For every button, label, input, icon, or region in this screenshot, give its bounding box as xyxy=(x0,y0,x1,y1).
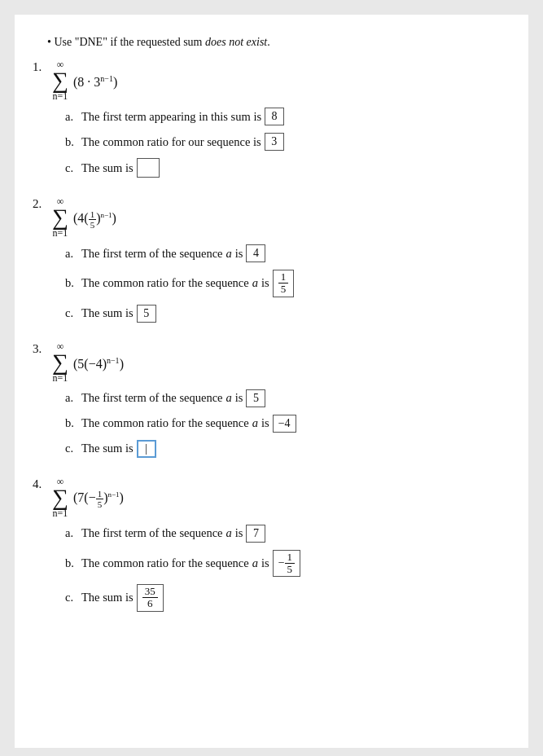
sub-item-label: b. xyxy=(65,416,77,430)
sigma-term: (8 · 3n−1) xyxy=(73,74,117,90)
problems-container: 1.∞∑n=1(8 · 3n−1)a.The first term appear… xyxy=(33,59,510,612)
sigma-symbol: ∑ xyxy=(52,486,68,509)
sub-item-text: The first term appearing in this sum is xyxy=(81,110,261,124)
sigma-symbol-group: ∞∑n=1 xyxy=(52,341,68,385)
sub-item-3-1: a.The first term of the sequence a is5 xyxy=(65,389,510,407)
sigma-term: (7(−15)n−1) xyxy=(73,489,124,509)
sigma-term: (5(−4)n−1) xyxy=(73,356,124,371)
sub-item-label: a. xyxy=(65,526,77,540)
sub-item-text: The sum is xyxy=(81,161,134,175)
answer-box[interactable]: 15 xyxy=(273,270,295,297)
sub-item-text: The common ratio for the sequence xyxy=(81,276,249,290)
answer-box[interactable]: 356 xyxy=(137,584,164,612)
sub-item-text2: is xyxy=(235,526,243,540)
sub-item-1-1: a.The first term appearing in this sum i… xyxy=(65,108,510,125)
italic-a: a xyxy=(252,416,258,430)
sigma-symbol: ∑ xyxy=(52,351,68,374)
answer-box[interactable]: 3 xyxy=(265,133,284,151)
sigma-lower-limit: n=1 xyxy=(53,227,68,240)
sub-item-text2: is xyxy=(235,391,243,405)
sub-item-text: The common ratio for the sequence xyxy=(81,416,249,430)
sigma-notation: ∞∑n=1(4(15)n−1) xyxy=(50,196,116,240)
sigma-lower-limit: n=1 xyxy=(53,90,68,103)
sub-item-3-3: c.The sum is| xyxy=(65,440,510,458)
italic-a: a xyxy=(226,526,232,540)
sigma-lower-limit: n=1 xyxy=(53,372,68,385)
fraction-value: 356 xyxy=(142,586,158,610)
italic-a: a xyxy=(226,391,232,405)
sigma-symbol: ∑ xyxy=(52,69,68,92)
sub-item-text: The first term of the sequence xyxy=(81,526,223,540)
sub-item-label: a. xyxy=(65,110,77,124)
sub-item-text: The first term of the sequence xyxy=(81,247,223,261)
italic-a: a xyxy=(252,556,258,570)
answer-box[interactable]: 5 xyxy=(137,305,156,323)
sigma-symbol-group: ∞∑n=1 xyxy=(52,196,68,240)
sub-items-2: a.The first term of the sequence a is4b.… xyxy=(65,244,510,323)
sigma-notation: ∞∑n=1(5(−4)n−1) xyxy=(50,341,124,385)
sigma-notation: ∞∑n=1(7(−15)n−1) xyxy=(50,476,124,520)
sub-item-2-1: a.The first term of the sequence a is4 xyxy=(65,244,510,262)
page-container: • Use "DNE" if the requested sum does no… xyxy=(15,15,528,748)
sub-item-2-3: c.The sum is5 xyxy=(65,305,510,323)
sub-item-label: c. xyxy=(65,442,77,455)
sigma-term: (4(15)n−1) xyxy=(73,209,116,230)
sub-item-label: c. xyxy=(65,306,77,320)
problem-header-2: 2.∞∑n=1(4(15)n−1) xyxy=(33,196,510,240)
sub-items-1: a.The first term appearing in this sum i… xyxy=(65,108,510,178)
sigma-symbol: ∑ xyxy=(52,206,68,229)
sub-item-4-2: b.The common ratio for the sequence a is… xyxy=(65,550,510,578)
sub-item-text: The sum is xyxy=(81,306,134,320)
sub-item-text: The first term of the sequence xyxy=(81,391,223,405)
fraction-value: 15 xyxy=(278,271,289,296)
sub-item-label: b. xyxy=(65,135,77,149)
answer-box[interactable]: −15 xyxy=(273,550,300,578)
answer-box[interactable]: 7 xyxy=(246,525,265,543)
problem-header-4: 4.∞∑n=1(7(−15)n−1) xyxy=(33,476,510,520)
sub-item-label: b. xyxy=(65,556,77,570)
sub-item-label: b. xyxy=(65,276,77,290)
sigma-symbol-group: ∞∑n=1 xyxy=(52,59,68,103)
sub-item-4-1: a.The first term of the sequence a is7 xyxy=(65,525,510,543)
answer-box[interactable]: 4 xyxy=(246,244,265,262)
sigma-lower-limit: n=1 xyxy=(53,508,68,520)
sub-items-4: a.The first term of the sequence a is7b.… xyxy=(65,525,510,612)
problem-number: 1. xyxy=(33,60,50,74)
problem-header-3: 3.∞∑n=1(5(−4)n−1) xyxy=(33,341,510,385)
italic-a: a xyxy=(252,276,258,290)
sub-item-text2: is xyxy=(235,247,243,261)
sub-item-label: c. xyxy=(65,591,77,604)
problem-number: 4. xyxy=(33,477,50,491)
bullet-text: • Use "DNE" if the requested sum does no… xyxy=(47,36,510,49)
answer-box[interactable] xyxy=(137,158,160,178)
sub-item-text: The sum is xyxy=(81,591,134,604)
sub-item-2-2: b.The common ratio for the sequence a is… xyxy=(65,270,510,297)
sub-item-label: c. xyxy=(65,161,77,175)
sub-item-text2: is xyxy=(261,416,269,430)
sub-item-1-3: c.The sum is xyxy=(65,158,510,178)
sub-item-3-2: b.The common ratio for the sequence a is… xyxy=(65,415,510,433)
problem-1: 1.∞∑n=1(8 · 3n−1)a.The first term appear… xyxy=(33,59,510,178)
sub-item-text: The sum is xyxy=(81,442,134,455)
sub-item-text: The common ratio for our sequence is xyxy=(81,135,261,149)
problem-header-1: 1.∞∑n=1(8 · 3n−1) xyxy=(33,59,510,103)
problem-4: 4.∞∑n=1(7(−15)n−1)a.The first term of th… xyxy=(33,476,510,612)
sigma-notation: ∞∑n=1(8 · 3n−1) xyxy=(50,59,117,103)
problem-3: 3.∞∑n=1(5(−4)n−1)a.The first term of the… xyxy=(33,341,510,458)
problem-number: 3. xyxy=(33,342,50,356)
sub-item-4-3: c.The sum is356 xyxy=(65,584,510,612)
answer-box[interactable]: 5 xyxy=(246,389,265,407)
problem-number: 2. xyxy=(33,197,50,211)
sub-items-3: a.The first term of the sequence a is5b.… xyxy=(65,389,510,458)
answer-box[interactable]: | xyxy=(137,440,156,458)
sub-item-label: a. xyxy=(65,247,77,261)
sub-item-text2: is xyxy=(261,556,269,570)
sub-item-text: The common ratio for the sequence xyxy=(81,556,249,570)
sub-item-label: a. xyxy=(65,391,77,405)
italic-a: a xyxy=(226,247,232,261)
sub-item-1-2: b.The common ratio for our sequence is3 xyxy=(65,133,510,151)
problem-2: 2.∞∑n=1(4(15)n−1)a.The first term of the… xyxy=(33,196,510,323)
answer-box[interactable]: −4 xyxy=(273,415,296,433)
answer-box[interactable]: 8 xyxy=(265,108,284,125)
sigma-symbol-group: ∞∑n=1 xyxy=(52,476,68,520)
